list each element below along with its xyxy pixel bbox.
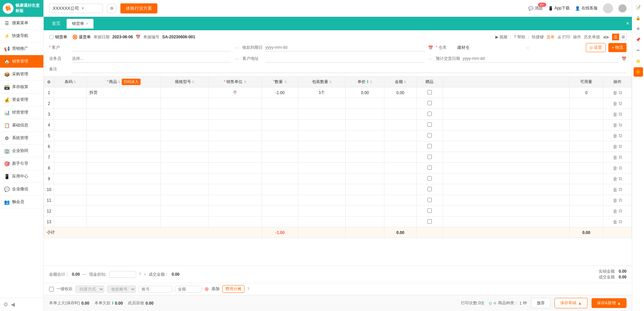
row-13-gift[interactable]: [417, 217, 443, 227]
row-7-gift[interactable]: [417, 152, 443, 163]
remark-input[interactable]: [72, 65, 627, 73]
row-1-price[interactable]: 0.00: [346, 87, 384, 98]
sidebar-collapse-icon[interactable]: ◀: [11, 301, 15, 308]
row-12-delete-icon[interactable]: 🗑: [613, 208, 617, 214]
app-download-button[interactable]: 📱 App下载: [548, 5, 570, 11]
right-panel-note-btn[interactable]: 📝: [634, 3, 643, 12]
row-11-price[interactable]: [346, 195, 384, 206]
row-6-gift[interactable]: [417, 141, 443, 152]
row-3-price[interactable]: [346, 109, 384, 120]
row-13-copy-icon[interactable]: ⧉: [619, 219, 622, 225]
customer-addr-input[interactable]: [265, 55, 424, 63]
row-1-gift[interactable]: [417, 87, 443, 98]
row-5-price[interactable]: [346, 130, 384, 141]
row-9-copy-icon[interactable]: ⧉: [619, 176, 622, 182]
salesman-input[interactable]: [72, 55, 231, 63]
row-8-copy-icon[interactable]: ⧉: [619, 165, 622, 171]
sidebar-item-marketing[interactable]: 📢 营销推广: [0, 42, 43, 55]
row-4-gift[interactable]: [417, 120, 443, 130]
product-count-icon[interactable]: ⊙: [489, 301, 492, 306]
print-btn[interactable]: 🖨 打印: [557, 34, 570, 40]
account-number-input[interactable]: [139, 286, 172, 293]
row-13-product[interactable]: [86, 217, 161, 227]
row-10-gift[interactable]: [417, 184, 443, 195]
amount-input[interactable]: [175, 286, 202, 293]
trial-button[interactable]: 体验行业方案: [120, 3, 157, 13]
one-click-checkbox[interactable]: [49, 287, 54, 291]
row-5-qty[interactable]: [262, 130, 298, 141]
row-9-gift[interactable]: [417, 173, 443, 184]
row-4-delete-icon[interactable]: 🗑: [613, 122, 617, 128]
row-4-product[interactable]: [86, 120, 161, 130]
row-12-product[interactable]: [86, 206, 161, 217]
discount-help-icon[interactable]: ?: [139, 272, 141, 277]
sidebar-item-quick-nav[interactable]: ⚡ 快捷导航: [0, 30, 43, 42]
row-7-delete-icon[interactable]: 🗑: [613, 155, 617, 160]
row-10-price[interactable]: [346, 184, 384, 195]
expected-date-calendar[interactable]: 📅: [621, 56, 627, 61]
sidebar-item-enterprise[interactable]: 🏢 企业协同: [0, 145, 43, 157]
salesman-dots[interactable]: ···: [234, 56, 240, 61]
row-5-copy-icon[interactable]: ⧉: [619, 133, 622, 139]
row-11-gift[interactable]: [417, 195, 443, 206]
row-1-copy-icon[interactable]: ⧉: [619, 90, 622, 95]
sidebar-item-finance[interactable]: 💰 资金管理: [0, 93, 43, 106]
tab-sales[interactable]: 销货单 ×: [67, 19, 93, 29]
row-8-product[interactable]: [86, 163, 161, 173]
customer-dots[interactable]: ···: [234, 45, 240, 50]
sidebar-item-app-center[interactable]: 📱 应用中心: [0, 170, 43, 183]
row-10-qty[interactable]: [262, 184, 298, 195]
row-9-delete-icon[interactable]: 🗑: [613, 176, 617, 182]
fee-help-icon[interactable]: ?: [247, 287, 250, 291]
video-btn[interactable]: ▶ 视频: [495, 34, 507, 40]
settings-icon[interactable]: ⚙: [107, 4, 116, 13]
prev-icon[interactable]: ◀: [603, 35, 606, 39]
row-10-delete-icon[interactable]: 🗑: [613, 187, 617, 192]
row-10-copy-icon[interactable]: ⧉: [619, 187, 622, 192]
save-draft-button[interactable]: 保存草稿 ▲: [555, 298, 588, 308]
right-panel-lock-btn[interactable]: 🔒: [634, 13, 643, 23]
price-info-icon[interactable]: ℹ: [367, 79, 369, 84]
row-13-qty[interactable]: [262, 217, 298, 227]
save-new-button[interactable]: 保存&新增 ▲: [592, 298, 627, 308]
sidebar-item-sales-mgmt[interactable]: 🏠 销售管理: [0, 55, 43, 68]
row-2-product[interactable]: [86, 98, 161, 109]
row-1-product[interactable]: 拆货: [86, 87, 161, 98]
row-2-delete-icon[interactable]: 🗑: [613, 101, 617, 106]
right-panel-pin-btn[interactable]: 📌: [634, 35, 643, 44]
row-5-product[interactable]: [86, 130, 161, 141]
row-10-product[interactable]: [86, 184, 161, 195]
row-7-product[interactable]: [86, 152, 161, 163]
customer-input[interactable]: [72, 44, 231, 51]
row-5-delete-icon[interactable]: 🗑: [613, 133, 617, 139]
row-12-qty[interactable]: [262, 206, 298, 217]
row-13-delete-icon[interactable]: 🗑: [613, 219, 617, 225]
row-7-price[interactable]: [346, 152, 384, 163]
sidebar-item-purchase-mgmt[interactable]: 📦 采购管理: [0, 68, 43, 81]
row-3-delete-icon[interactable]: 🗑: [613, 112, 617, 117]
online-service-button[interactable]: 👤 在线客服: [575, 5, 598, 11]
row-11-copy-icon[interactable]: ⧉: [619, 197, 622, 203]
sidebar-item-system-mgmt[interactable]: ⚙ 系统管理: [0, 132, 43, 145]
row-12-copy-icon[interactable]: ⧉: [619, 208, 622, 214]
warehouse-dots[interactable]: ···: [525, 45, 531, 50]
sidebar-item-member[interactable]: 👥 畅会员: [0, 196, 43, 208]
row-6-delete-icon[interactable]: 🗑: [613, 144, 617, 149]
row-8-qty[interactable]: [262, 163, 298, 173]
row-2-copy-icon[interactable]: ⧉: [619, 101, 622, 106]
row-3-product[interactable]: [86, 109, 161, 120]
row-2-qty[interactable]: [262, 98, 298, 109]
next-icon[interactable]: ▶: [606, 35, 609, 39]
date-calendar-icon[interactable]: 📅: [136, 35, 141, 39]
right-panel-orange-btn[interactable]: 🔶: [634, 67, 643, 77]
avatar[interactable]: [603, 3, 613, 13]
row-3-qty[interactable]: [262, 109, 298, 120]
sidebar-item-search-order[interactable]: ☰ 搜索菜单: [0, 17, 43, 30]
row-9-price[interactable]: [346, 173, 384, 184]
row-3-copy-icon[interactable]: ⧉: [619, 111, 622, 117]
fee-split-button[interactable]: 费用分摊: [222, 285, 244, 293]
tab-home[interactable]: 首页: [46, 18, 66, 29]
row-2-gift[interactable]: [417, 98, 443, 109]
sidebar-item-operations[interactable]: 📊 经营管理: [0, 106, 43, 119]
sidebar-item-basic-info[interactable]: 📋 基础信息: [0, 119, 43, 132]
